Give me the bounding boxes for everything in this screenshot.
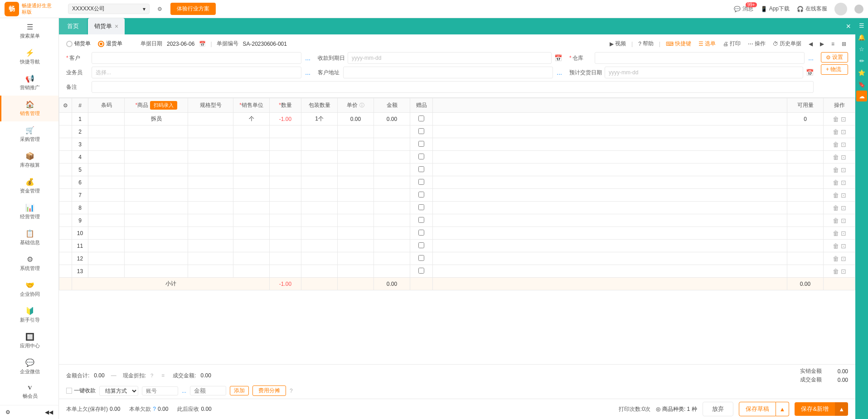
scan-btn[interactable]: 扫码录入 bbox=[150, 101, 177, 110]
trial-button[interactable]: 体验行业方案 bbox=[170, 3, 216, 15]
delete-icon[interactable]: 🗑 bbox=[833, 230, 839, 237]
right-panel-btn-6[interactable]: 🔖 bbox=[856, 79, 867, 90]
right-panel-btn-4[interactable]: ✏ bbox=[856, 55, 867, 66]
sidebar-item-basic-info[interactable]: 📋 基础信息 bbox=[0, 225, 58, 250]
copy-icon[interactable]: ⊡ bbox=[841, 116, 846, 123]
toolbar-view-grid[interactable]: ⊞ bbox=[840, 40, 848, 48]
cell-pack-1[interactable]: 1个 bbox=[301, 113, 338, 125]
customer-addr-input[interactable] bbox=[343, 67, 553, 78]
payment-due-input[interactable] bbox=[348, 52, 552, 64]
toolbar-nav-prev[interactable]: ◀ bbox=[807, 40, 815, 48]
delete-icon[interactable]: 🗑 bbox=[833, 179, 839, 186]
sidebar-item-app-center[interactable]: 🔲 应用中心 bbox=[0, 328, 58, 354]
th-gear[interactable]: ⚙ bbox=[59, 98, 72, 113]
sidebar-collapse-icon[interactable]: ◀◀ bbox=[45, 409, 53, 415]
pay-method-select[interactable]: 结算方式 bbox=[99, 386, 138, 396]
delete-icon[interactable]: 🗑 bbox=[833, 192, 839, 199]
right-panel-btn-3[interactable]: ☆ bbox=[856, 43, 867, 54]
sidebar-item-enterprise[interactable]: 🤝 企业协同 bbox=[0, 276, 58, 302]
delete-icon[interactable]: 🗑 bbox=[833, 116, 839, 123]
delete-icon[interactable]: 🗑 bbox=[833, 128, 839, 135]
copy-icon[interactable]: ⊡ bbox=[841, 242, 846, 250]
delete-icon[interactable]: 🗑 bbox=[833, 166, 839, 173]
settings-icon[interactable]: ⚙ bbox=[153, 3, 166, 15]
copy-icon[interactable]: ⊡ bbox=[841, 230, 846, 237]
copy-icon[interactable]: ⊡ bbox=[841, 141, 846, 148]
customer-addr-more-icon[interactable]: ... bbox=[557, 69, 562, 76]
right-panel-btn-5[interactable]: ⭐ bbox=[856, 67, 867, 78]
copy-icon[interactable]: ⊡ bbox=[841, 204, 846, 212]
add-payment-button[interactable]: 添加 bbox=[230, 386, 249, 395]
cell-amount-1[interactable]: 0.00 bbox=[374, 113, 410, 125]
calendar-icon[interactable]: 📅 bbox=[199, 41, 206, 47]
tab-home[interactable]: 首页 bbox=[59, 18, 87, 34]
account-dots-icon[interactable]: ... bbox=[182, 388, 186, 394]
right-panel-btn-active[interactable]: ☁ bbox=[856, 91, 867, 101]
copy-icon[interactable]: ⊡ bbox=[841, 268, 846, 275]
user-menu[interactable] bbox=[854, 5, 863, 14]
copy-icon[interactable]: ⊡ bbox=[841, 255, 846, 262]
tab-close-icon[interactable]: × bbox=[115, 23, 118, 30]
salesperson-input[interactable] bbox=[92, 67, 301, 78]
cell-spec-1[interactable] bbox=[188, 113, 233, 125]
customer-more-icon[interactable]: ... bbox=[305, 54, 310, 62]
copy-icon[interactable]: ⊡ bbox=[841, 217, 846, 224]
salesperson-more-icon[interactable]: ... bbox=[305, 69, 310, 76]
toolbar-select[interactable]: ☰ 选单 bbox=[697, 39, 718, 48]
expected-date-input[interactable] bbox=[605, 67, 803, 78]
sidebar-item-ops-mgmt[interactable]: 📊 经营管理 bbox=[0, 199, 58, 225]
delete-icon[interactable]: 🗑 bbox=[833, 255, 839, 262]
radio-return[interactable]: 退货单 bbox=[98, 40, 122, 48]
toolbar-video[interactable]: ▶ 视频 bbox=[608, 39, 628, 48]
toolbar-print[interactable]: 🖨 打印 bbox=[721, 39, 742, 48]
message-item[interactable]: 💬 消息 99+ bbox=[734, 5, 753, 13]
sidebar-item-system-mgmt[interactable]: ⚙ 系统管理 bbox=[0, 250, 58, 276]
delete-icon[interactable]: 🗑 bbox=[833, 242, 839, 250]
copy-icon[interactable]: ⊡ bbox=[841, 166, 846, 173]
company-selector[interactable]: XXXXXX公司 ▾ bbox=[68, 4, 150, 14]
delete-icon[interactable]: 🗑 bbox=[833, 141, 839, 148]
right-panel-btn-2[interactable]: 🔔 bbox=[856, 32, 867, 43]
customer-input[interactable] bbox=[92, 52, 301, 64]
sidebar-item-inventory[interactable]: 📦 库存核算 bbox=[0, 147, 58, 173]
app-download-item[interactable]: 📱 App下载 bbox=[761, 5, 790, 13]
logistics-button[interactable]: + 物流 bbox=[821, 64, 848, 75]
expense-split-button[interactable]: 费用分摊 bbox=[252, 385, 286, 396]
one-click-checkbox[interactable] bbox=[66, 388, 72, 394]
discount-info-icon[interactable]: ? bbox=[150, 373, 153, 378]
payment-amount-input[interactable] bbox=[190, 386, 226, 395]
sidebar-item-purchase-mgmt[interactable]: 🛒 采购管理 bbox=[0, 121, 58, 147]
total-owe-question[interactable]: ? bbox=[153, 406, 156, 412]
online-service-item[interactable]: 🎧 在线客服 bbox=[797, 5, 827, 13]
radio-sale[interactable]: 销货单 bbox=[66, 40, 91, 48]
cell-gift-1[interactable] bbox=[410, 113, 433, 125]
cell-qty-1[interactable]: -1.00 bbox=[270, 113, 301, 125]
price-info-icon[interactable]: ⓘ bbox=[359, 102, 364, 108]
tab-sale-order[interactable]: 销货单 × bbox=[88, 18, 125, 34]
cell-unit-1[interactable]: 个 bbox=[233, 113, 270, 125]
save-draft-button[interactable]: 保存草稿 bbox=[739, 402, 776, 416]
warehouse-input[interactable]: 建材仓 bbox=[595, 52, 805, 64]
delete-icon[interactable]: 🗑 bbox=[833, 268, 839, 275]
toolbar-shortcut[interactable]: ⌨ 快捷键 bbox=[664, 39, 693, 48]
toolbar-action[interactable]: ⋯ 操作 bbox=[746, 39, 767, 48]
toolbar-nav-next[interactable]: ▶ bbox=[818, 40, 826, 48]
toolbar-history[interactable]: ⏱ 历史单据 bbox=[771, 39, 803, 48]
sidebar-item-member[interactable]: V 畅会员 bbox=[0, 380, 58, 404]
remark-input[interactable] bbox=[92, 81, 814, 93]
abandon-button[interactable]: 放弃 bbox=[703, 402, 733, 416]
right-panel-btn-1[interactable]: ☰ bbox=[856, 20, 867, 31]
window-close-icon[interactable]: × bbox=[846, 22, 851, 31]
sidebar-item-marketing[interactable]: 📢 营销推广 bbox=[0, 70, 58, 96]
cell-goods-1[interactable]: 拆员 bbox=[125, 113, 188, 125]
sidebar-item-quick-nav[interactable]: ⚡ 快捷导航 bbox=[0, 44, 58, 70]
avatar[interactable] bbox=[834, 3, 847, 15]
save-new-button[interactable]: 保存&新增 bbox=[795, 402, 835, 416]
copy-icon[interactable]: ⊡ bbox=[841, 192, 846, 199]
calendar-expected-icon[interactable]: 📅 bbox=[806, 69, 814, 76]
expense-question-icon[interactable]: ? bbox=[290, 388, 293, 394]
copy-icon[interactable]: ⊡ bbox=[841, 128, 846, 135]
calendar-due-icon[interactable]: 📅 bbox=[554, 54, 562, 62]
sidebar-settings-icon[interactable]: ⚙ bbox=[5, 409, 10, 415]
save-draft-arrow-button[interactable]: ▲ bbox=[776, 402, 790, 416]
